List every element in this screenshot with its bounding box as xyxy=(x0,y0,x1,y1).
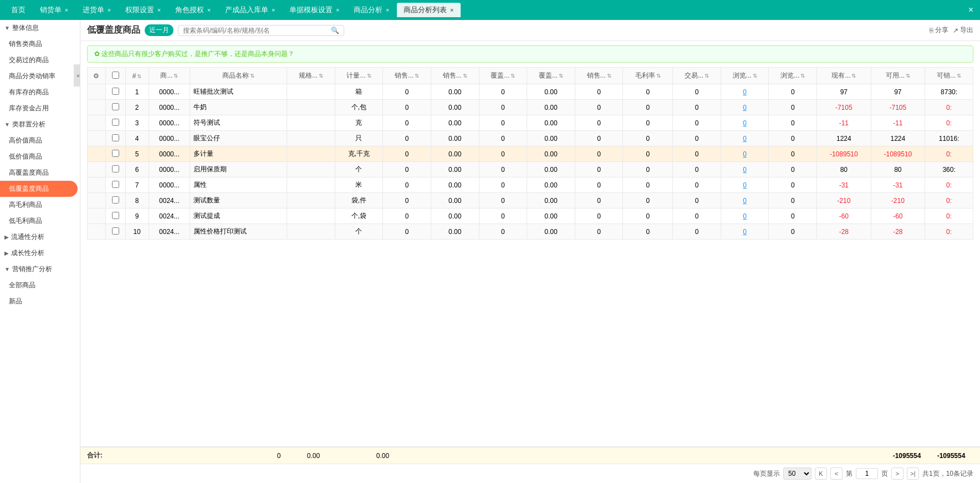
time-filter-button[interactable]: 近一月 xyxy=(145,24,173,36)
row-select-checkbox[interactable] xyxy=(112,181,119,188)
col-cover2[interactable]: 覆盖...⇅ xyxy=(527,68,575,84)
nav-tab-permission[interactable]: 权限设置 × xyxy=(119,3,167,17)
row-browse1[interactable]: 0 xyxy=(721,209,769,224)
sidebar-section-growth[interactable]: ▶ 成长性分析 xyxy=(0,245,80,261)
row-checkbox[interactable] xyxy=(105,177,125,193)
row-checkbox[interactable] xyxy=(105,131,125,146)
share-button[interactable]: ⎘ 分享 xyxy=(930,26,948,35)
row-settings[interactable] xyxy=(88,100,106,115)
col-browse1[interactable]: 浏览...⇅ xyxy=(721,68,769,84)
sidebar-item-all-goods[interactable]: 全部商品 xyxy=(0,277,80,293)
sidebar-item-low-value[interactable]: 低价值商品 xyxy=(0,149,80,165)
row-checkbox[interactable] xyxy=(105,100,125,115)
nav-tab-sales[interactable]: 销货单 × xyxy=(33,3,75,17)
row-select-checkbox[interactable] xyxy=(112,227,119,235)
row-checkbox[interactable] xyxy=(105,224,125,240)
row-settings[interactable] xyxy=(88,224,106,240)
sidebar-item-stock-fund[interactable]: 库存资金占用 xyxy=(0,100,80,116)
sidebar-section-marketing[interactable]: ▼ 营销推广分析 xyxy=(0,261,80,277)
nav-close-analysis-list[interactable]: × xyxy=(450,7,453,13)
nav-tab-production[interactable]: 产成品入库单 × xyxy=(218,3,282,17)
col-sales-qty[interactable]: 销售...⇅ xyxy=(383,68,431,84)
col-sales2[interactable]: 销售...⇅ xyxy=(575,68,623,84)
row-browse1[interactable]: 0 xyxy=(721,131,769,146)
nav-close-sales[interactable]: × xyxy=(65,7,68,13)
row-browse1[interactable]: 0 xyxy=(721,115,769,131)
page-number-input[interactable] xyxy=(856,468,878,479)
sidebar-section-cluster[interactable]: ▼ 类群置分析 xyxy=(0,116,80,133)
nav-tab-template[interactable]: 单据模板设置 × xyxy=(283,3,346,17)
col-saleable[interactable]: 可销...⇅ xyxy=(925,68,973,84)
sidebar-collapse-button[interactable]: « xyxy=(74,64,80,87)
sidebar-item-low-coverage[interactable]: 低覆盖度商品 xyxy=(0,181,78,197)
row-settings[interactable] xyxy=(88,177,106,193)
col-checkbox-header[interactable] xyxy=(105,68,125,84)
row-checkbox[interactable] xyxy=(105,209,125,224)
sidebar-item-high-value[interactable]: 高价值商品 xyxy=(0,133,80,149)
close-all-button[interactable]: × xyxy=(966,3,976,17)
nav-close-analysis[interactable]: × xyxy=(386,7,389,13)
sidebar-item-high-coverage[interactable]: 高覆盖度商品 xyxy=(0,165,80,181)
row-checkbox[interactable] xyxy=(105,115,125,131)
row-select-checkbox[interactable] xyxy=(112,88,119,95)
nav-tab-role[interactable]: 角色授权 × xyxy=(169,3,217,17)
per-page-select[interactable]: 50 20 100 200 xyxy=(783,467,811,480)
sidebar-item-category-rate[interactable]: 商品分类动销率 xyxy=(0,68,80,84)
sidebar-item-low-margin[interactable]: 低毛利商品 xyxy=(0,213,80,229)
col-spec[interactable]: 规格...⇅ xyxy=(287,68,335,84)
row-settings[interactable] xyxy=(88,84,106,100)
sidebar-item-traded-goods[interactable]: 交易过的商品 xyxy=(0,52,80,68)
sidebar-item-new-goods[interactable]: 新品 xyxy=(0,293,80,309)
row-settings[interactable] xyxy=(88,146,106,162)
nav-close-production[interactable]: × xyxy=(272,7,275,13)
col-current[interactable]: 现有...⇅ xyxy=(817,68,871,84)
row-settings[interactable] xyxy=(88,209,106,224)
row-checkbox[interactable] xyxy=(105,162,125,177)
sidebar-item-sales-goods[interactable]: 销售类商品 xyxy=(0,36,80,52)
row-select-checkbox[interactable] xyxy=(112,119,119,126)
nav-close-role[interactable]: × xyxy=(207,7,211,13)
export-button[interactable]: ↗ 导出 xyxy=(953,26,973,35)
sidebar-section-overall[interactable]: ▼ 整体信息 xyxy=(0,20,80,36)
row-select-checkbox[interactable] xyxy=(112,134,119,141)
row-settings[interactable] xyxy=(88,162,106,177)
row-checkbox[interactable] xyxy=(105,146,125,162)
col-gross-rate[interactable]: 毛利率⇅ xyxy=(623,68,673,84)
row-select-checkbox[interactable] xyxy=(112,165,119,172)
sidebar-item-high-margin[interactable]: 高毛利商品 xyxy=(0,197,80,213)
row-select-checkbox[interactable] xyxy=(112,150,119,157)
next-page-button[interactable]: > xyxy=(891,467,904,480)
col-name[interactable]: 商品名称⇅ xyxy=(190,68,287,84)
search-input[interactable] xyxy=(183,27,329,34)
col-unit[interactable]: 计量...⇅ xyxy=(335,68,383,84)
col-available[interactable]: 可用...⇅ xyxy=(871,68,925,84)
col-code[interactable]: 商...⇅ xyxy=(149,68,190,84)
select-all-checkbox[interactable] xyxy=(112,72,119,79)
row-browse1[interactable]: 0 xyxy=(721,193,769,209)
nav-close-purchase[interactable]: × xyxy=(108,7,111,13)
col-trans[interactable]: 交易...⇅ xyxy=(673,68,721,84)
col-settings[interactable]: ⚙ xyxy=(88,68,106,84)
nav-tab-analysis-list[interactable]: 商品分析列表 × xyxy=(397,3,460,17)
table-container[interactable]: ⚙ #⇅ 商...⇅ 商品名称⇅ 规格...⇅ 计量...⇅ 销售...⇅ 销售… xyxy=(80,67,980,446)
nav-tab-analysis[interactable]: 商品分析 × xyxy=(347,3,396,17)
col-browse2[interactable]: 浏览...⇅ xyxy=(769,68,817,84)
col-cover1[interactable]: 覆盖...⇅ xyxy=(479,68,527,84)
row-settings[interactable] xyxy=(88,115,106,131)
row-browse1[interactable]: 0 xyxy=(721,162,769,177)
nav-tab-purchase[interactable]: 进货单 × xyxy=(76,3,118,17)
last-page-button[interactable]: >| xyxy=(907,467,919,480)
row-select-checkbox[interactable] xyxy=(112,103,119,110)
nav-close-permission[interactable]: × xyxy=(157,7,161,13)
row-browse1[interactable]: 0 xyxy=(721,84,769,100)
nav-close-template[interactable]: × xyxy=(336,7,339,13)
row-settings[interactable] xyxy=(88,131,106,146)
sidebar-item-in-stock[interactable]: 有库存的商品 xyxy=(0,84,80,100)
row-checkbox[interactable] xyxy=(105,193,125,209)
row-browse1[interactable]: 0 xyxy=(721,100,769,115)
first-page-button[interactable]: K xyxy=(815,467,827,480)
col-no[interactable]: #⇅ xyxy=(125,68,149,84)
sidebar-section-liquidity[interactable]: ▶ 流通性分析 xyxy=(0,229,80,245)
row-select-checkbox[interactable] xyxy=(112,212,119,219)
row-select-checkbox[interactable] xyxy=(112,196,119,204)
